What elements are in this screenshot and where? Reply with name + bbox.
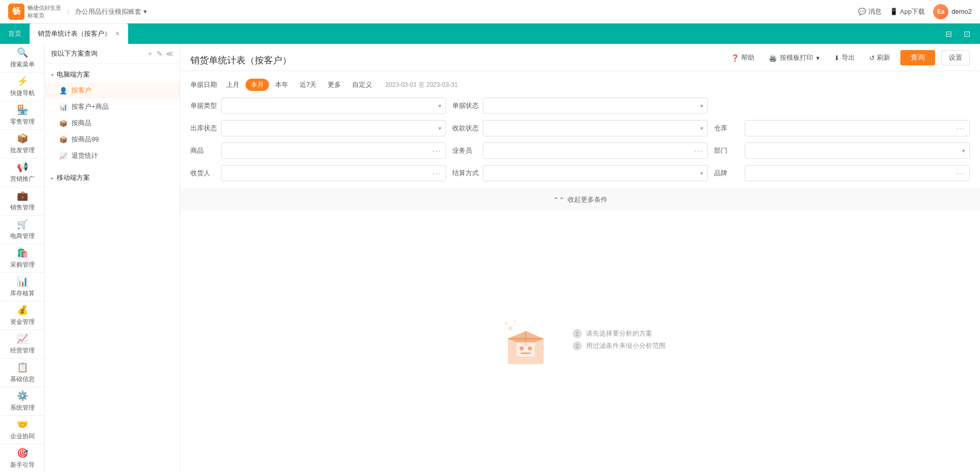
scheme-group-pc: ▾ 电脑端方案 👤 按客户 📊 按客户+商品 📦 按商品 📦 按商品 bbox=[45, 64, 180, 167]
sidebar-item-inventory[interactable]: 📊 库存核算 bbox=[0, 273, 44, 301]
tab-home-label: 首页 bbox=[8, 29, 21, 38]
date-tab-this-year[interactable]: 本年 bbox=[270, 78, 293, 91]
tab-close-icon[interactable]: ✕ bbox=[115, 30, 120, 37]
date-tab-this-month[interactable]: 本月 bbox=[246, 79, 269, 91]
filter-field-brand: 品牌 ··· bbox=[714, 165, 970, 181]
user-avatar-button[interactable]: Ea demo2 bbox=[933, 4, 972, 19]
sidebar-item-ecommerce[interactable]: 🛒 电商管理 bbox=[0, 216, 44, 244]
scheme-group-mobile-header[interactable]: ▸ 移动端方案 bbox=[45, 170, 180, 185]
scheme-panel: 按以下方案查询 ＋ ✎ ≪ ▾ 电脑端方案 👤 按客户 📊 按 bbox=[45, 44, 180, 472]
brand-input[interactable]: ··· bbox=[745, 165, 970, 181]
scheme-item-return-stat[interactable]: 📈 退货统计 bbox=[45, 148, 180, 164]
sidebar-item-enterprise[interactable]: 🤝 企业协同 bbox=[0, 416, 44, 444]
receiver-label: 收货人 bbox=[190, 169, 217, 178]
message-button[interactable]: 💬 消息 bbox=[858, 7, 881, 16]
svg-point-5 bbox=[520, 346, 524, 350]
scheme-edit-button[interactable]: ✎ bbox=[157, 50, 163, 58]
sidebar-item-marketing[interactable]: 📢 营销推广 bbox=[0, 158, 44, 187]
sidebar-item-operations[interactable]: 📈 经营管理 bbox=[0, 330, 44, 359]
scheme-collapse-button[interactable]: ≪ bbox=[166, 50, 174, 58]
settlement-input[interactable]: ▾ bbox=[483, 165, 708, 181]
sidebar-item-newbie[interactable]: 🎯 新手引导 bbox=[0, 444, 44, 472]
sidebar-item-purchase[interactable]: 🛍️ 采购管理 bbox=[0, 244, 44, 273]
filter-field-warehouse: 仓库 ··· bbox=[714, 120, 970, 136]
collapse-button[interactable]: ⌃⌃ 收起更多条件 bbox=[547, 193, 614, 206]
sidebar-item-system[interactable]: ⚙️ 系统管理 bbox=[0, 387, 44, 416]
more-icon: ··· bbox=[432, 169, 442, 177]
collapse-row: ⌃⌃ 收起更多条件 bbox=[180, 188, 980, 210]
hint-2-text: 用过滤条件来缩小分析范围 bbox=[586, 341, 666, 350]
sidebar-item-quick-nav[interactable]: ⚡ 快捷导航 bbox=[0, 73, 44, 101]
scheme-item-by-customer[interactable]: 👤 按客户 bbox=[45, 82, 180, 99]
app-download-button[interactable]: 📱 App下载 bbox=[890, 7, 925, 16]
scheme-add-button[interactable]: ＋ bbox=[146, 49, 154, 58]
date-tab-7days[interactable]: 近7天 bbox=[295, 78, 322, 91]
salesperson-input[interactable]: ··· bbox=[483, 143, 708, 159]
scheme-item-by-customer-goods[interactable]: 📊 按客户+商品 bbox=[45, 99, 180, 115]
hint-number-1: 1 bbox=[573, 329, 582, 338]
tab-sales-stat[interactable]: 销货单统计表（按客户） ✕ bbox=[30, 23, 128, 44]
receiver-input[interactable]: ··· bbox=[221, 165, 446, 181]
chevron-down-icon: ▾ bbox=[700, 103, 703, 109]
chevron-down-icon: ▾ bbox=[438, 125, 442, 132]
wholesale-icon: 📦 bbox=[17, 133, 28, 144]
tab-home[interactable]: 首页 bbox=[0, 23, 30, 44]
date-range-display: 2023-03-01 至 2023-03-31 bbox=[385, 81, 457, 89]
print-icon: 🖨️ bbox=[769, 54, 777, 62]
receipt-status-input[interactable]: ▾ bbox=[483, 120, 708, 136]
sidebar-item-wholesale[interactable]: 📦 批发管理 bbox=[0, 130, 44, 158]
goods-input[interactable]: ··· bbox=[221, 143, 446, 159]
chart-icon: 📊 bbox=[59, 103, 67, 111]
help-button[interactable]: ❓ 帮助 bbox=[727, 51, 758, 64]
refresh-button[interactable]: ↺ 刷新 bbox=[865, 51, 894, 64]
out-status-input[interactable]: ▾ bbox=[221, 120, 446, 136]
sidebar-item-search-label: 搜索菜单 bbox=[10, 60, 35, 69]
warehouse-label: 仓库 bbox=[714, 124, 741, 133]
doc-status-input[interactable]: ▾ bbox=[483, 98, 708, 114]
print-arrow-icon: ▾ bbox=[816, 54, 820, 62]
query-button[interactable]: 查询 bbox=[900, 50, 935, 65]
sidebar-item-basic[interactable]: 📋 基础信息 bbox=[0, 359, 44, 387]
export-button[interactable]: ⬇ 导出 bbox=[830, 51, 859, 64]
svg-point-8 bbox=[508, 326, 512, 331]
department-input[interactable]: ▾ bbox=[745, 143, 970, 159]
doc-type-input[interactable]: ▾ bbox=[221, 98, 446, 114]
industry-selector[interactable]: 办公用品行业模拟账套 ▾ bbox=[75, 7, 147, 16]
warehouse-input[interactable]: ··· bbox=[745, 120, 970, 136]
sidebar: 🔍 搜索菜单 ⚡ 快捷导航 🏪 零售管理 📦 批发管理 📢 营销推广 💼 销售管… bbox=[0, 44, 45, 472]
logo-text: 畅捷信好生意 标签页 bbox=[28, 4, 61, 19]
hint-number-2: 2 bbox=[573, 341, 582, 350]
sidebar-item-quick-nav-label: 快捷导航 bbox=[10, 89, 35, 98]
scheme-group-mobile: ▸ 移动端方案 bbox=[45, 167, 180, 188]
sidebar-item-retail-label: 零售管理 bbox=[10, 117, 35, 126]
scheme-item-by-goods-label: 按商品 bbox=[71, 119, 91, 128]
sidebar-item-sales[interactable]: 💼 销售管理 bbox=[0, 187, 44, 216]
sidebar-item-retail[interactable]: 🏪 零售管理 bbox=[0, 101, 44, 130]
settings-button[interactable]: 设置 bbox=[941, 50, 970, 65]
date-tab-last-month[interactable]: 上月 bbox=[221, 78, 244, 91]
sidebar-item-finance[interactable]: 💰 资金管理 bbox=[0, 301, 44, 330]
scheme-item-by-goods[interactable]: 📦 按商品 bbox=[45, 115, 180, 131]
scheme-group-pc-title: 电脑端方案 bbox=[57, 70, 90, 79]
scheme-item-by-customer-goods-label: 按客户+商品 bbox=[71, 102, 109, 111]
quick-nav-icon: ⚡ bbox=[17, 76, 28, 87]
date-tab-custom[interactable]: 自定义 bbox=[347, 78, 377, 91]
help-icon: ❓ bbox=[731, 54, 739, 62]
sidebar-item-search[interactable]: 🔍 搜索菜单 bbox=[0, 44, 44, 73]
svg-point-6 bbox=[528, 346, 532, 350]
page-title: 销货单统计表（按客户） bbox=[190, 54, 291, 66]
tab-maximize-button[interactable]: ⊡ bbox=[960, 27, 974, 41]
settlement-label: 结算方式 bbox=[452, 169, 479, 178]
tab-minimize-button[interactable]: ⊟ bbox=[941, 27, 955, 41]
date-tab-more[interactable]: 更多 bbox=[323, 78, 346, 91]
export-icon: ⬇ bbox=[834, 54, 840, 62]
scheme-group-pc-header[interactable]: ▾ 电脑端方案 bbox=[45, 67, 180, 82]
date-filter-row: 单据日期 上月 本月 本年 近7天 更多 自定义 2023-03-01 至 20… bbox=[190, 78, 970, 91]
filter-row-4: 收货人 ··· 结算方式 ▾ 品牌 bbox=[190, 165, 970, 181]
header-right: 💬 消息 📱 App下载 Ea demo2 bbox=[858, 4, 972, 19]
scheme-item-by-goods99-label: 按商品99 bbox=[71, 135, 99, 144]
print-button[interactable]: 🖨️ 按模板打印 ▾ bbox=[765, 51, 824, 64]
date-label: 单据日期 bbox=[190, 80, 217, 89]
scheme-item-by-goods99[interactable]: 📦 按商品99 bbox=[45, 131, 180, 148]
scheme-group-mobile-title: 移动端方案 bbox=[57, 173, 90, 182]
